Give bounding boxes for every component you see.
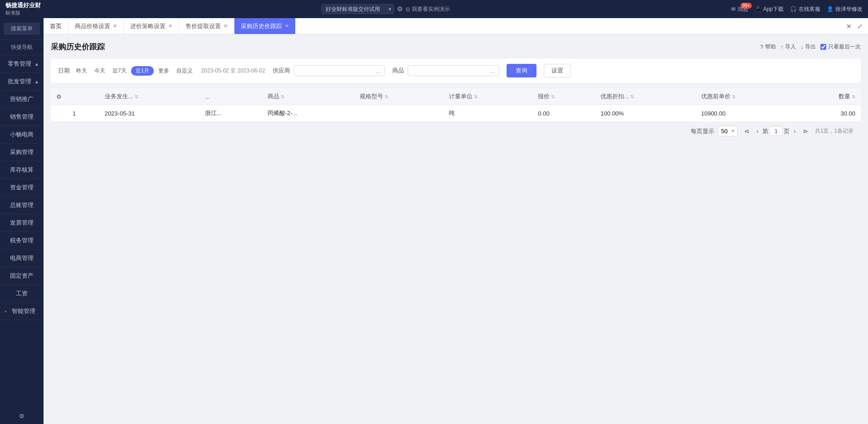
- col-biz-date-sort[interactable]: 业务发生... ⇅: [105, 92, 138, 101]
- sidebar-item-tax[interactable]: 税务管理: [0, 232, 44, 250]
- row-gear: [51, 105, 67, 122]
- date-btn-more[interactable]: 更多: [156, 66, 172, 76]
- topbar-right: ✉ 消息 99+ 📱 App下载 🎧 在线客服 👤 徐泽华修改: [731, 5, 863, 13]
- col-unit-header[interactable]: 计量单位 ⇅: [444, 88, 533, 105]
- date-btn-last1month[interactable]: 近1月: [131, 66, 154, 76]
- date-btn-yesterday[interactable]: 昨天: [73, 66, 90, 76]
- tab-history-price-label: 采购历史价跟踪: [241, 22, 282, 30]
- sidebar-search-button[interactable]: 搜索菜单: [4, 23, 40, 35]
- message-item[interactable]: ✉ 消息 99+: [731, 5, 748, 13]
- col-product-header[interactable]: 商品 ⇅: [262, 88, 354, 105]
- table-wrap: ⚙ 业务发生... ⇅ ... 商品: [51, 88, 861, 121]
- version-select-wrap[interactable]: 好业财标准版交付试用: [322, 4, 394, 14]
- tab-history-price-close[interactable]: ✕: [285, 23, 289, 29]
- sidebar-item-marketing[interactable]: 营销推广: [0, 91, 44, 108]
- sidebar-item-invoice[interactable]: 发票管理: [0, 214, 44, 232]
- tab-sale-price-close[interactable]: ✕: [224, 23, 228, 29]
- sidebar-item-finance[interactable]: 资金管理: [0, 179, 44, 197]
- tab-sale-price[interactable]: 售价提取设置 ✕: [179, 18, 234, 34]
- topbar-gear-button[interactable]: ⚙: [397, 5, 403, 13]
- app-download-item[interactable]: 📱 App下载: [755, 5, 784, 13]
- only-last-input[interactable]: [820, 44, 826, 50]
- query-button[interactable]: 查询: [507, 64, 536, 77]
- col-product-sort[interactable]: 商品 ⇅: [268, 92, 284, 101]
- product-input-wrap[interactable]: ...: [408, 65, 499, 76]
- supplier-input-wrap[interactable]: ...: [294, 65, 385, 76]
- date-btn-today[interactable]: 今天: [92, 66, 108, 76]
- version-select[interactable]: 好业财标准版交付试用: [322, 4, 394, 14]
- sidebar-item-inventory[interactable]: 库存核算: [0, 161, 44, 179]
- sidebar-item-sales[interactable]: 销售管理: [0, 108, 44, 126]
- col-spec-header[interactable]: 规格型号 ⇅: [354, 88, 444, 105]
- col-dots-header[interactable]: ...: [200, 88, 262, 105]
- sidebar-item-smart[interactable]: 智能管理: [0, 303, 44, 320]
- tab-strategy-close[interactable]: ✕: [168, 23, 172, 29]
- col-quantity-sort[interactable]: 数量 ⇅: [839, 92, 855, 101]
- page-first-button[interactable]: ⊲: [741, 126, 752, 136]
- sidebar-gear-button[interactable]: ⚙: [0, 408, 44, 424]
- sort-icon-spec: ⇅: [385, 94, 388, 99]
- page-label: 第: [762, 127, 768, 135]
- import-button[interactable]: ↑ 导入: [780, 43, 796, 51]
- sidebar-item-wholesale[interactable]: 批发管理 ▲: [0, 73, 44, 91]
- product-dots[interactable]: ...: [490, 67, 495, 74]
- col-pre-discount-header[interactable]: 优惠前单价 ⇅: [696, 88, 798, 105]
- date-btn-last7[interactable]: 近7天: [110, 66, 129, 76]
- service-item[interactable]: 🎧 在线客服: [790, 5, 820, 13]
- sidebar-item-ecom[interactable]: 电商管理: [0, 250, 44, 267]
- tab-price[interactable]: 商品价格设置 ✕: [68, 18, 124, 34]
- tab-expand-button[interactable]: ⤢: [855, 22, 864, 31]
- page-prev-button[interactable]: ‹: [753, 126, 761, 136]
- sidebar-item-assets[interactable]: 固定资产: [0, 267, 44, 285]
- col-quote-sort[interactable]: 报价 ⇅: [538, 92, 555, 101]
- sidebar-item-ecom-small[interactable]: 小畅电商: [0, 126, 44, 144]
- tab-strategy[interactable]: 进价策略设置 ✕: [124, 18, 179, 34]
- col-discount-sort[interactable]: 优惠折扣... ⇅: [600, 92, 634, 101]
- page-next-button[interactable]: ›: [790, 126, 799, 136]
- filter-settings-button[interactable]: 设置: [544, 64, 571, 77]
- product-input[interactable]: [412, 67, 488, 74]
- sidebar-quick-nav-button[interactable]: 快捷导航: [0, 40, 44, 55]
- col-quantity-header[interactable]: 数量 ⇅: [798, 88, 861, 105]
- col-gear-header[interactable]: ⚙: [51, 88, 67, 105]
- col-biz-date-header[interactable]: 业务发生... ⇅: [99, 88, 200, 105]
- tab-home[interactable]: 首页: [44, 18, 68, 34]
- date-btn-custom[interactable]: 自定义: [174, 66, 195, 76]
- sort-icon-product: ⇅: [281, 94, 284, 99]
- col-quote-label: 报价: [538, 92, 550, 101]
- user-info[interactable]: 👤 徐泽华修改: [827, 5, 863, 13]
- tab-sale-price-label: 售价提取设置: [185, 22, 221, 30]
- sidebar-item-retail[interactable]: 零售管理 ▲: [0, 55, 44, 73]
- sidebar-item-ledger[interactable]: 总账管理: [0, 197, 44, 214]
- sort-icon-discount: ⇅: [630, 94, 634, 99]
- col-discount-label: 优惠折扣...: [600, 92, 629, 101]
- col-discount-header[interactable]: 优惠折扣... ⇅: [595, 88, 695, 105]
- col-pre-discount-sort[interactable]: 优惠前单价 ⇅: [701, 92, 736, 101]
- per-page-select[interactable]: 50: [718, 126, 737, 136]
- tab-close-all-button[interactable]: ✕: [844, 22, 853, 31]
- only-last-checkbox[interactable]: 只看最后一次: [820, 43, 861, 51]
- tab-price-close[interactable]: ✕: [113, 23, 117, 29]
- help-button[interactable]: ? 帮助: [760, 43, 776, 51]
- col-quote-header[interactable]: 报价 ⇅: [532, 88, 595, 105]
- supplier-dots[interactable]: ...: [376, 67, 381, 74]
- col-unit-sort[interactable]: 计量单位 ⇅: [449, 92, 478, 101]
- tab-history-price[interactable]: 采购历史价跟踪 ✕: [234, 18, 296, 34]
- content-area: 首页 商品价格设置 ✕ 进价策略设置 ✕ 售价提取设置 ✕ 采购历史价跟踪 ✕ …: [44, 18, 868, 424]
- col-spec-sort[interactable]: 规格型号 ⇅: [360, 92, 388, 101]
- tab-strategy-label: 进价策略设置: [130, 22, 166, 30]
- sidebar-item-payroll[interactable]: 工资: [0, 285, 44, 303]
- sidebar-item-purchase[interactable]: 采购管理: [0, 144, 44, 161]
- export-button[interactable]: ↓ 导出: [800, 43, 816, 51]
- date-filter-group: 日期 昨天 今天 近7天 近1月 更多 自定义 2023-05-02 至 202…: [58, 66, 265, 76]
- topbar: 畅捷通好业财 标准版 好业财标准版交付试用 ⚙ ◎ 我要看实例演示 ✉ 消息 9…: [0, 0, 868, 18]
- page-last-button[interactable]: ⊳: [800, 126, 811, 136]
- message-icon: ✉: [731, 6, 736, 12]
- page-number[interactable]: 1: [769, 126, 783, 136]
- demo-link[interactable]: ◎ 我要看实例演示: [405, 5, 450, 13]
- supplier-input[interactable]: [298, 67, 374, 74]
- col-pre-discount-label: 优惠前单价: [701, 92, 731, 101]
- col-spec-label: 规格型号: [360, 92, 383, 101]
- row-seq: 1: [67, 105, 99, 122]
- per-page-label: 每页显示: [691, 127, 714, 135]
